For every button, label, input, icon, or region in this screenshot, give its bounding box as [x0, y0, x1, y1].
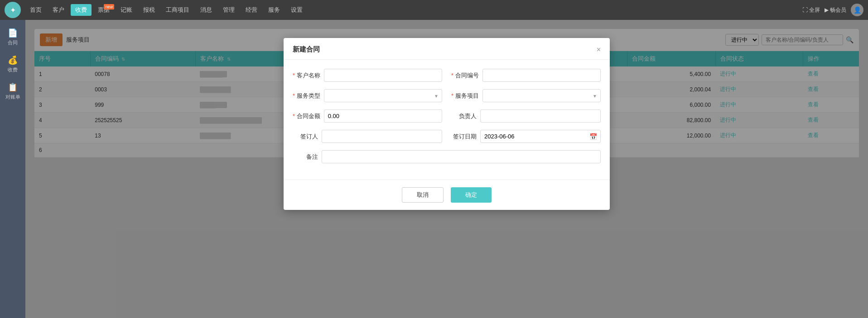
play-icon: ▶ — [825, 7, 829, 13]
content-area: 新增 服务项目 进行中 已完成 已终止 🔍 序号 — [25, 20, 868, 318]
nav-item-service[interactable]: 服务 — [264, 4, 285, 16]
form-group-client-name: 客户名称 — [293, 69, 442, 82]
modal-footer: 取消 确定 — [284, 180, 610, 210]
vip-button[interactable]: ▶ 畅会员 — [825, 6, 846, 14]
form-row-4: 签订人 签订日期 📅 — [293, 130, 601, 143]
modal-dialog: 新建合同 × 客户名称 合同编号 — [284, 38, 610, 210]
modal-body: 客户名称 合同编号 服务类型 — [284, 60, 610, 180]
new-badge: new — [104, 4, 114, 9]
form-row-5: 备注 — [293, 150, 601, 163]
service-item-select-wrapper: ▼ — [482, 89, 601, 102]
avatar-icon: 👤 — [854, 6, 861, 14]
modal-overlay: 新建合同 × 客户名称 合同编号 — [25, 20, 868, 318]
nav-right: ⛶ 全屏 ▶ 畅会员 👤 — [802, 4, 863, 16]
signer-input[interactable] — [322, 130, 442, 143]
sign-date-label: 签订日期 — [451, 133, 477, 141]
avatar[interactable]: 👤 — [851, 4, 863, 16]
fullscreen-icon: ⛶ — [802, 7, 808, 13]
nav-item-fee[interactable]: 收费 — [71, 4, 92, 16]
amount-input[interactable] — [324, 109, 442, 123]
nav-item-bookkeeping[interactable]: 记账 — [116, 4, 137, 16]
form-group-responsible: 负责人 — [451, 109, 601, 123]
nav-item-client[interactable]: 客户 — [48, 4, 69, 16]
nav-item-operation[interactable]: 经营 — [241, 4, 262, 16]
sign-date-input[interactable] — [480, 130, 601, 143]
form-row-2: 服务类型 ▼ 服务项目 — [293, 89, 601, 102]
reconcile-icon: 📋 — [8, 82, 18, 92]
sidebar-item-fee[interactable]: 💰 收费 — [0, 51, 25, 78]
cancel-button[interactable]: 取消 — [402, 187, 444, 203]
nav-item-admin[interactable]: 管理 — [218, 4, 239, 16]
fee-icon: 💰 — [8, 55, 18, 65]
form-group-remark: 备注 — [293, 150, 601, 163]
top-navigation: ✦ 首页 客户 收费 票据 new 记账 报税 工商项目 消息 管理 经营 服务… — [0, 0, 868, 20]
logo: ✦ — [5, 2, 21, 18]
client-name-input[interactable] — [324, 69, 442, 82]
form-group-contract-no: 合同编号 — [451, 69, 601, 82]
sidebar-item-contract[interactable]: 📄 合同 — [0, 24, 25, 51]
nav-item-home[interactable]: 首页 — [25, 4, 46, 16]
form-group-signer: 签订人 — [293, 130, 442, 143]
nav-item-invoice[interactable]: 票据 new — [93, 4, 114, 16]
modal-header: 新建合同 × — [284, 38, 610, 60]
nav-item-bizproject[interactable]: 工商项目 — [161, 4, 194, 16]
form-group-amount: 合同金额 — [293, 109, 442, 123]
responsible-label: 负责人 — [451, 112, 477, 120]
client-name-label: 客户名称 — [293, 71, 320, 80]
form-row-3: 合同金额 负责人 — [293, 109, 601, 123]
form-row-1: 客户名称 合同编号 — [293, 69, 601, 82]
logo-icon: ✦ — [10, 6, 16, 14]
modal-title: 新建合同 — [293, 45, 320, 54]
calendar-icon[interactable]: 📅 — [589, 133, 597, 140]
contract-icon: 📄 — [8, 28, 18, 38]
service-item-label: 服务项目 — [451, 92, 479, 100]
service-type-select-wrapper: ▼ — [324, 89, 442, 102]
service-item-select[interactable] — [482, 89, 601, 102]
contract-no-label: 合同编号 — [451, 71, 479, 80]
sidebar: 📄 合同 💰 收费 📋 对账单 — [0, 20, 25, 318]
main-layout: 📄 合同 💰 收费 📋 对账单 新增 服务项目 进行中 已完成 已终止 — [0, 20, 868, 318]
confirm-button[interactable]: 确定 — [451, 187, 492, 203]
fullscreen-button[interactable]: ⛶ 全屏 — [802, 6, 820, 14]
service-type-label: 服务类型 — [293, 92, 320, 100]
nav-item-tax[interactable]: 报税 — [139, 4, 159, 16]
responsible-input[interactable] — [480, 109, 601, 123]
form-group-sign-date: 签订日期 📅 — [451, 130, 601, 143]
remark-label: 备注 — [293, 153, 318, 161]
service-type-select[interactable] — [324, 89, 442, 102]
nav-item-settings[interactable]: 设置 — [286, 4, 307, 16]
nav-item-messages[interactable]: 消息 — [196, 4, 217, 16]
nav-items: 首页 客户 收费 票据 new 记账 报税 工商项目 消息 管理 经营 服务 设… — [25, 4, 802, 16]
signer-label: 签订人 — [293, 133, 318, 141]
sign-date-wrapper: 📅 — [480, 130, 601, 143]
modal-close-button[interactable]: × — [597, 46, 601, 53]
sidebar-item-reconcile[interactable]: 📋 对账单 — [0, 78, 25, 105]
amount-label: 合同金额 — [293, 112, 320, 120]
contract-no-input[interactable] — [482, 69, 601, 82]
form-group-service-item: 服务项目 ▼ — [451, 89, 601, 102]
remark-input[interactable] — [322, 150, 601, 163]
form-group-service-type: 服务类型 ▼ — [293, 89, 442, 102]
